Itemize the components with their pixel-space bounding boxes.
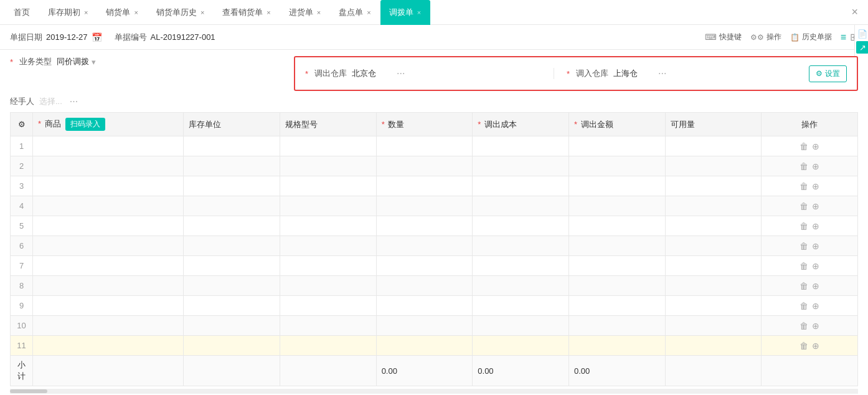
tab-stocktake[interactable]: 盘点单 × bbox=[330, 0, 380, 25]
copy-icon[interactable]: ⊕ bbox=[812, 241, 819, 251]
cost-cell[interactable] bbox=[473, 196, 569, 216]
qty-cell[interactable] bbox=[376, 216, 473, 236]
amount-cell[interactable] bbox=[568, 176, 665, 196]
tab-close-purchase[interactable]: × bbox=[317, 9, 321, 16]
warehouse-out-value[interactable]: 北京仓 bbox=[352, 68, 389, 79]
product-cell[interactable] bbox=[33, 216, 184, 236]
spec-cell[interactable] bbox=[280, 236, 376, 256]
amount-cell[interactable] bbox=[568, 196, 665, 216]
tab-close-transfer[interactable]: × bbox=[417, 9, 421, 16]
warehouse-in-value[interactable]: 上海仓 bbox=[613, 68, 651, 79]
unit-cell[interactable] bbox=[184, 156, 280, 176]
qty-cell[interactable] bbox=[376, 336, 473, 356]
spec-cell[interactable] bbox=[280, 136, 376, 156]
available-cell[interactable] bbox=[665, 276, 762, 296]
delete-icon[interactable]: 🗑 bbox=[800, 321, 808, 331]
cost-cell[interactable] bbox=[473, 296, 569, 316]
copy-icon[interactable]: ⊕ bbox=[812, 141, 819, 151]
spec-cell[interactable] bbox=[280, 296, 376, 316]
handler-placeholder[interactable]: 选择... bbox=[39, 96, 62, 107]
product-cell[interactable] bbox=[33, 136, 184, 156]
amount-cell[interactable] bbox=[568, 236, 665, 256]
available-cell[interactable] bbox=[665, 156, 762, 176]
product-cell[interactable] bbox=[33, 296, 184, 316]
unit-cell[interactable] bbox=[184, 296, 280, 316]
tab-close-inventory-init[interactable]: × bbox=[84, 9, 88, 16]
copy-icon[interactable]: ⊕ bbox=[812, 281, 819, 291]
settings-button[interactable]: ⚙ 设置 bbox=[809, 65, 847, 82]
operations-action[interactable]: ⚙⚙ 操作 bbox=[750, 32, 781, 42]
amount-cell[interactable] bbox=[568, 276, 665, 296]
cost-cell[interactable] bbox=[473, 256, 569, 276]
tab-inventory-init[interactable]: 库存期初 × bbox=[39, 0, 97, 25]
tab-transfer[interactable]: 调拨单 × bbox=[380, 0, 430, 25]
warehouse-out-more-icon[interactable]: ··· bbox=[397, 68, 405, 79]
spec-cell[interactable] bbox=[280, 276, 376, 296]
cost-cell[interactable] bbox=[473, 136, 569, 156]
product-cell[interactable] bbox=[33, 256, 184, 276]
amount-cell[interactable] bbox=[568, 316, 665, 336]
warehouse-in-more-icon[interactable]: ··· bbox=[658, 68, 666, 79]
product-cell[interactable] bbox=[33, 276, 184, 296]
amount-cell[interactable] bbox=[568, 256, 665, 276]
unit-cell[interactable] bbox=[184, 176, 280, 196]
qty-cell[interactable] bbox=[376, 156, 473, 176]
available-cell[interactable] bbox=[665, 296, 762, 316]
copy-icon[interactable]: ⊕ bbox=[812, 181, 819, 191]
delete-icon[interactable]: 🗑 bbox=[800, 261, 808, 271]
tab-close-stocktake[interactable]: × bbox=[367, 9, 370, 16]
unit-cell[interactable] bbox=[184, 136, 280, 156]
qty-cell[interactable] bbox=[376, 236, 473, 256]
amount-cell[interactable] bbox=[568, 156, 665, 176]
copy-icon[interactable]: ⊕ bbox=[812, 221, 819, 231]
qty-cell[interactable] bbox=[376, 196, 473, 216]
amount-cell[interactable] bbox=[568, 296, 665, 316]
amount-cell[interactable] bbox=[568, 136, 665, 156]
spec-cell[interactable] bbox=[280, 176, 376, 196]
qty-cell[interactable] bbox=[376, 256, 473, 276]
spec-cell[interactable] bbox=[280, 196, 376, 216]
scrollbar-thumb[interactable] bbox=[10, 389, 47, 393]
copy-icon[interactable]: ⊕ bbox=[812, 341, 819, 351]
available-cell[interactable] bbox=[665, 316, 762, 336]
amount-cell[interactable] bbox=[568, 216, 665, 236]
unit-cell[interactable] bbox=[184, 216, 280, 236]
delete-icon[interactable]: 🗑 bbox=[800, 141, 808, 151]
spec-cell[interactable] bbox=[280, 216, 376, 236]
tab-close-sales-order[interactable]: × bbox=[134, 9, 138, 16]
amount-cell[interactable] bbox=[568, 336, 665, 356]
cost-cell[interactable] bbox=[473, 216, 569, 236]
available-cell[interactable] bbox=[665, 336, 762, 356]
available-cell[interactable] bbox=[665, 256, 762, 276]
handler-more-icon[interactable]: ··· bbox=[70, 96, 78, 107]
available-cell[interactable] bbox=[665, 216, 762, 236]
business-type-dropdown-icon[interactable]: ▾ bbox=[92, 57, 96, 67]
copy-icon[interactable]: ⊕ bbox=[812, 261, 819, 271]
unit-cell[interactable] bbox=[184, 196, 280, 216]
tab-sales-order[interactable]: 销货单 × bbox=[97, 0, 147, 25]
spec-cell[interactable] bbox=[280, 156, 376, 176]
delete-icon[interactable]: 🗑 bbox=[800, 201, 808, 211]
right-panel-doc-icon[interactable]: 📄 bbox=[856, 27, 868, 40]
delete-icon[interactable]: 🗑 bbox=[800, 301, 808, 311]
horizontal-scrollbar[interactable] bbox=[10, 389, 858, 394]
spec-cell[interactable] bbox=[280, 316, 376, 336]
cost-cell[interactable] bbox=[473, 176, 569, 196]
scan-button[interactable]: 扫码录入 bbox=[65, 118, 105, 131]
qty-cell[interactable] bbox=[376, 176, 473, 196]
tab-home[interactable]: 首页 bbox=[5, 0, 39, 25]
delete-icon[interactable]: 🗑 bbox=[800, 181, 808, 191]
right-panel-export-icon[interactable]: ↗ bbox=[856, 41, 868, 54]
unit-cell[interactable] bbox=[184, 316, 280, 336]
product-cell[interactable] bbox=[33, 336, 184, 356]
available-cell[interactable] bbox=[665, 136, 762, 156]
shortcut-action[interactable]: ⌨ 快捷键 bbox=[705, 32, 742, 42]
unit-cell[interactable] bbox=[184, 276, 280, 296]
copy-icon[interactable]: ⊕ bbox=[812, 161, 819, 171]
copy-icon[interactable]: ⊕ bbox=[812, 321, 819, 331]
calendar-icon[interactable]: 📅 bbox=[92, 32, 102, 42]
cost-cell[interactable] bbox=[473, 316, 569, 336]
col-settings[interactable]: ⚙ bbox=[11, 113, 33, 136]
spec-cell[interactable] bbox=[280, 256, 376, 276]
product-cell[interactable] bbox=[33, 196, 184, 216]
